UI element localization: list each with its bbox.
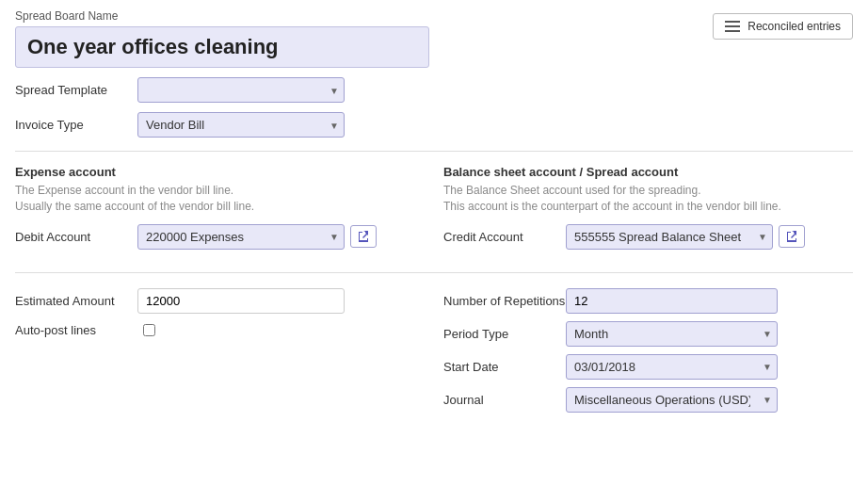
debit-account-label: Debit Account [15, 230, 137, 244]
external-link-icon-2 [785, 230, 798, 243]
bottom-left: Estimated Amount Auto-post lines [15, 288, 425, 420]
estimated-amount-label: Estimated Amount [15, 294, 137, 308]
estimated-amount-input[interactable] [137, 288, 345, 314]
spread-template-select-wrapper[interactable] [137, 77, 345, 103]
repetitions-input[interactable] [566, 288, 778, 314]
invoice-type-row: Invoice Type Vendor Bill Customer Invoic… [15, 112, 853, 138]
invoice-type-select-wrapper[interactable]: Vendor Bill Customer Invoice [137, 112, 345, 138]
credit-account-label: Credit Account [443, 230, 566, 244]
balance-account-title: Balance sheet account / Spread account [443, 165, 853, 179]
page-container: Spread Board Name One year offices clean… [0, 0, 868, 435]
credit-account-control: 555555 Spread Balance Sheet [566, 224, 805, 250]
period-type-select[interactable]: Month Quarter Year [566, 321, 778, 347]
balance-account-desc: The Balance Sheet account used for the s… [443, 183, 853, 215]
journal-label: Journal [443, 393, 566, 407]
credit-account-select-wrapper[interactable]: 555555 Spread Balance Sheet [566, 224, 773, 250]
estimated-amount-row: Estimated Amount [15, 288, 425, 314]
balance-account-section: Balance sheet account / Spread account T… [443, 165, 853, 259]
spread-template-select[interactable] [137, 77, 345, 103]
external-link-icon [357, 230, 370, 243]
expense-account-title: Expense account [15, 165, 425, 179]
hamburger-icon [725, 21, 740, 32]
board-name-area: Spread Board Name One year offices clean… [15, 9, 713, 68]
reconciled-label: Reconciled entries [747, 20, 841, 33]
expense-account-section: Expense account The Expense account in t… [15, 165, 425, 259]
auto-post-label: Auto-post lines [15, 323, 137, 337]
start-date-row: Start Date 03/01/2018 [443, 354, 853, 380]
debit-account-external-link[interactable] [350, 225, 377, 248]
start-date-label: Start Date [443, 360, 566, 374]
two-col-section: Expense account The Expense account in t… [15, 165, 853, 259]
debit-account-control: 220000 Expenses [137, 224, 377, 250]
debit-account-select[interactable]: 220000 Expenses [137, 224, 345, 250]
debit-account-row: Debit Account 220000 Expenses [15, 224, 425, 250]
auto-post-row: Auto-post lines [15, 323, 425, 337]
bottom-section: Estimated Amount Auto-post lines Number … [15, 288, 853, 420]
journal-row: Journal Miscellaneous Operations (USD) [443, 387, 853, 413]
invoice-type-select[interactable]: Vendor Bill Customer Invoice [137, 112, 345, 138]
expense-account-desc: The Expense account in the vendor bill l… [15, 183, 425, 215]
top-section: Spread Board Name One year offices clean… [15, 9, 853, 68]
credit-account-select[interactable]: 555555 Spread Balance Sheet [566, 224, 773, 250]
period-type-row: Period Type Month Quarter Year [443, 321, 853, 347]
reconciled-entries-button[interactable]: Reconciled entries [713, 13, 853, 40]
divider-2 [15, 272, 853, 273]
credit-account-external-link[interactable] [779, 225, 805, 248]
period-type-select-wrapper[interactable]: Month Quarter Year [566, 321, 778, 347]
repetitions-row: Number of Repetitions [443, 288, 853, 314]
credit-account-row: Credit Account 555555 Spread Balance She… [443, 224, 853, 250]
auto-post-checkbox[interactable] [143, 324, 155, 336]
spread-template-row: Spread Template [15, 77, 853, 103]
debit-account-select-wrapper[interactable]: 220000 Expenses [137, 224, 345, 250]
journal-select[interactable]: Miscellaneous Operations (USD) [566, 387, 778, 413]
repetitions-label: Number of Repetitions [443, 294, 566, 308]
invoice-type-label: Invoice Type [15, 118, 137, 132]
journal-select-wrapper[interactable]: Miscellaneous Operations (USD) [566, 387, 778, 413]
divider-1 [15, 151, 853, 152]
spread-template-label: Spread Template [15, 83, 137, 97]
period-type-label: Period Type [443, 327, 566, 341]
bottom-right: Number of Repetitions Period Type Month … [443, 288, 853, 420]
board-name-value: One year offices cleaning [15, 26, 429, 68]
start-date-select[interactable]: 03/01/2018 [566, 354, 778, 380]
start-date-select-wrapper[interactable]: 03/01/2018 [566, 354, 778, 380]
spread-board-label: Spread Board Name [15, 9, 713, 23]
